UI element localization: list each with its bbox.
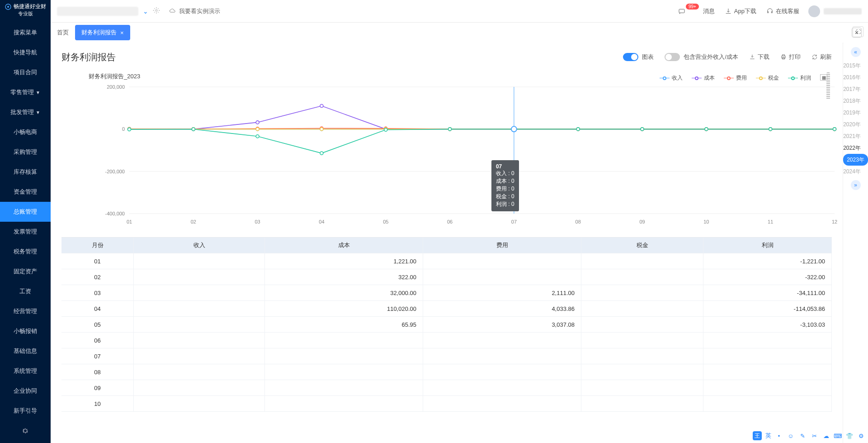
svg-text:04: 04 (319, 219, 324, 224)
year-item[interactable]: 2021年 (843, 130, 868, 142)
sidebar-item[interactable]: 库存核算 (0, 162, 51, 182)
username[interactable] (824, 8, 862, 14)
chart-legend: 收入成本费用税金利润▦ (660, 74, 827, 82)
th-fee: 费用 (423, 238, 581, 253)
sidebar-item[interactable]: 总账管理 (0, 202, 51, 222)
legend-item[interactable]: 费用 (724, 74, 747, 82)
svg-point-42 (256, 121, 259, 124)
main-content: 财务利润报告 图表 包含营业外收入/成本 下载 打印 刷新 财务利润报告_202… (51, 43, 843, 443)
avatar[interactable] (808, 5, 820, 17)
table-row: 10 (61, 396, 832, 412)
version-label: 专业版 (0, 10, 51, 17)
legend-item[interactable]: 税金 (756, 74, 779, 82)
year-item[interactable]: 2023年 (843, 154, 868, 166)
sidebar-item[interactable]: 快捷导航 (0, 43, 51, 62)
sidebar-item[interactable]: 资金管理 (0, 182, 51, 202)
data-table: 月份 收入 成本 费用 税金 利润 011,221.00-1,221.00023… (61, 237, 832, 412)
svg-point-80 (384, 128, 387, 131)
year-item[interactable]: 2024年 (843, 166, 868, 177)
sidebar-item[interactable]: 搜索菜单 (0, 23, 51, 43)
brand-name: 畅捷通好业财 (14, 3, 46, 10)
legend-item[interactable]: 收入 (660, 74, 683, 82)
svg-text:06: 06 (447, 219, 453, 224)
cloud-icon (169, 8, 176, 15)
org-name[interactable] (57, 7, 138, 16)
sidebar-item[interactable]: 发票管理 (0, 222, 51, 242)
sidebar-item[interactable]: 零售管理▼ (0, 82, 51, 102)
svg-point-78 (256, 135, 259, 138)
ime-settings-icon[interactable]: ⚙ (857, 432, 865, 440)
year-item[interactable]: 2015年 (843, 60, 868, 71)
chart-resize-handle[interactable] (826, 72, 830, 100)
sidebar-item[interactable]: 基础信息 (0, 341, 51, 361)
ime-cloud-icon[interactable]: ☁ (822, 432, 830, 440)
ime-emoji-icon[interactable]: ☺ (787, 432, 795, 440)
sidebar-item[interactable]: 系统管理 (0, 361, 51, 381)
chart-tooltip: 07收入 : 0成本 : 0费用 : 0税金 : 0利润 : 0 (491, 160, 519, 211)
year-rail: « 2015年2016年2017年2018年2019年2020年2021年202… (843, 43, 868, 443)
sidebar-item[interactable]: 小畅电商 (0, 122, 51, 142)
chart-toggle[interactable]: 图表 (623, 53, 654, 61)
headset-icon (766, 8, 774, 15)
sidebar-item[interactable]: 批发管理▼ (0, 102, 51, 122)
th-month: 月份 (61, 238, 134, 253)
sidebar: 搜索菜单快捷导航项目合同零售管理▼批发管理▼小畅电商采购管理库存核算资金管理总账… (0, 23, 51, 443)
year-item[interactable]: 2018年 (843, 95, 868, 107)
svg-text:-400,000: -400,000 (105, 211, 125, 216)
ime-keyboard-icon[interactable]: ⌨ (834, 432, 842, 440)
customer-service-button[interactable]: 在线客服 (766, 7, 799, 15)
svg-rect-6 (783, 57, 785, 59)
svg-point-67 (320, 128, 323, 131)
svg-point-76 (128, 128, 131, 131)
ime-main-icon[interactable]: 王 (753, 431, 762, 440)
svg-text:200,000: 200,000 (107, 84, 125, 90)
sidebar-item[interactable]: 固定资产 (0, 262, 51, 281)
ime-edit-icon[interactable]: ✎ (798, 432, 807, 440)
gear-icon (21, 427, 29, 435)
demo-link[interactable]: 我要看实例演示 (169, 7, 220, 15)
print-button[interactable]: 打印 (780, 53, 801, 61)
extra-income-toggle[interactable]: 包含营业外收入/成本 (665, 53, 738, 61)
year-item[interactable]: 2016年 (843, 71, 868, 83)
year-item[interactable]: 2020年 (843, 119, 868, 130)
ime-lang[interactable]: 英 (765, 432, 771, 440)
legend-item[interactable]: 成本 (692, 74, 715, 82)
message-badge: 99+ (686, 4, 699, 10)
sidebar-item[interactable]: 小畅报销 (0, 321, 51, 341)
svg-point-1 (7, 6, 9, 8)
close-icon[interactable]: × (120, 29, 124, 36)
year-scroll-down-button[interactable]: » (851, 180, 861, 190)
sidebar-item[interactable]: 采购管理 (0, 142, 51, 162)
app-download-button[interactable]: App下载 (725, 7, 756, 15)
svg-point-87 (833, 128, 836, 131)
year-item[interactable]: 2022年 (843, 142, 868, 154)
svg-text:08: 08 (576, 219, 581, 224)
org-chevron-down-icon[interactable]: ⌄ (143, 8, 148, 15)
messages-button[interactable]: 99+ 消息 (678, 7, 715, 15)
year-item[interactable]: 2017年 (843, 83, 868, 95)
year-scroll-up-button[interactable]: « (851, 47, 861, 57)
settings-gear-button[interactable] (0, 423, 51, 438)
svg-point-43 (320, 104, 323, 107)
year-item[interactable]: 2019年 (843, 107, 868, 119)
svg-point-88 (511, 126, 517, 132)
fullscreen-button[interactable]: ⛶ (853, 26, 863, 37)
ime-scissor-icon[interactable]: ✂ (810, 432, 818, 440)
tab-home[interactable]: 首页 (57, 29, 69, 37)
sidebar-item[interactable]: 经营管理 (0, 301, 51, 321)
svg-point-66 (256, 128, 259, 131)
svg-point-2 (156, 10, 157, 11)
refresh-button[interactable]: 刷新 (811, 53, 832, 61)
tab-financial-report[interactable]: 财务利润报告 × (75, 25, 130, 40)
sidebar-item[interactable]: 税务管理 (0, 242, 51, 262)
org-settings-button[interactable] (153, 7, 160, 15)
sidebar-item[interactable]: 工资 (0, 281, 51, 301)
table-row: 09 (61, 380, 832, 396)
sidebar-item[interactable]: 新手引导 (0, 401, 51, 421)
svg-text:07: 07 (511, 219, 517, 224)
sidebar-item[interactable]: 企业协同 (0, 381, 51, 401)
download-button[interactable]: 下载 (749, 53, 769, 61)
ime-shirt-icon[interactable]: 👕 (845, 432, 854, 440)
sidebar-item[interactable]: 项目合同 (0, 62, 51, 82)
legend-item[interactable]: 利润 (788, 74, 811, 82)
